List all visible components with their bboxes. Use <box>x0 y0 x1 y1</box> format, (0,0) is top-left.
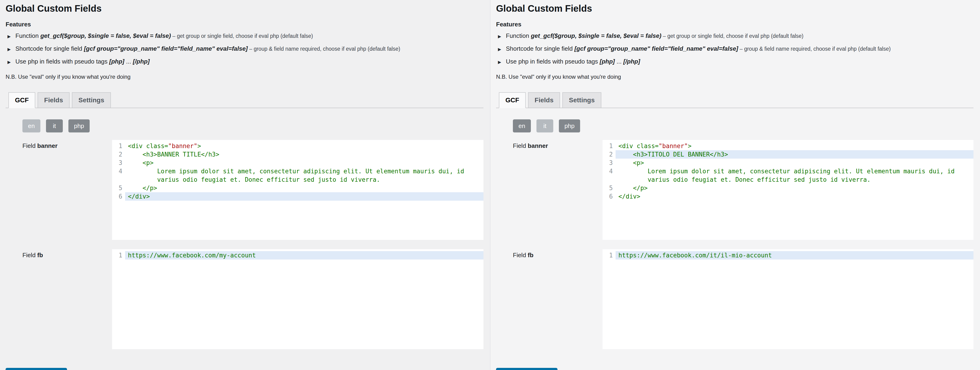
line-number: 6 <box>112 192 125 201</box>
code-line: 6</div> <box>112 192 484 201</box>
tab-bar: GCFFieldsSettings <box>6 92 484 108</box>
field-label-fb: Field fb <box>496 249 603 259</box>
code-token: > <box>688 142 692 150</box>
code-line: 4Lorem ipsum dolor sit amet, consectetur… <box>112 167 484 184</box>
code-token: </div> <box>128 193 150 200</box>
feature-item[interactable]: ▶Use php in fields with pseudo tags [php… <box>8 57 484 66</box>
line-number: 5 <box>603 184 616 192</box>
line-number: 3 <box>603 159 616 167</box>
feature-item[interactable]: ▶Shortcode for single field [gcf group="… <box>8 45 484 53</box>
line-number: 6 <box>603 192 616 201</box>
save-button[interactable]: Salva le modifiche <box>496 368 557 370</box>
code-line-content: <p> <box>125 159 484 167</box>
line-number: 3 <box>112 159 125 167</box>
tab-gcf[interactable]: GCF <box>8 92 35 108</box>
feature-text: Use php in fields with pseudo tags [php]… <box>15 57 150 65</box>
disclosure-triangle-icon: ▶ <box>498 58 506 66</box>
tab-settings[interactable]: Settings <box>562 92 601 108</box>
code-token: <div class= <box>128 142 168 150</box>
feature-text-segment: Use php in fields with pseudo tags <box>506 58 600 65</box>
code-line: 1https://www.facebook.com/my-account <box>112 251 484 260</box>
line-number: 1 <box>112 142 125 150</box>
feature-item[interactable]: ▶Shortcode for single field [gcf group="… <box>498 45 974 53</box>
lang-button-en[interactable]: en <box>513 120 531 132</box>
feature-text: Use php in fields with pseudo tags [php]… <box>506 57 640 65</box>
feature-text-segment: – get group or single field, choose if e… <box>171 33 313 39</box>
feature-text: Function get_gcf($group, $single = false… <box>15 32 313 40</box>
code-line-content: </p> <box>616 184 974 192</box>
line-number: 4 <box>112 167 125 175</box>
line-number: 1 <box>112 251 125 260</box>
tab-settings[interactable]: Settings <box>72 92 111 108</box>
gcf-panel-en: Global Custom Fields Features ▶Function … <box>0 0 490 370</box>
code-token: </div> <box>618 193 640 200</box>
code-line-content: <h3>BANNER TITLE</h3> <box>125 150 484 159</box>
code-line: 5</p> <box>112 184 484 192</box>
code-line-content: </div> <box>616 192 974 201</box>
lang-button-php[interactable]: php <box>68 120 90 132</box>
feature-item[interactable]: ▶Function get_gcf($group, $single = fals… <box>498 32 974 40</box>
lang-button-php[interactable]: php <box>559 120 580 132</box>
lang-button-it[interactable]: it <box>536 120 553 132</box>
code-editor-banner[interactable]: 1<div class="banner">2<h3>TITOLO DEL BAN… <box>603 140 974 240</box>
page: { "colors": { "page_bg": "#f0f0f1", "pri… <box>0 0 980 370</box>
feature-text: Shortcode for single field [gcf group="g… <box>506 45 891 53</box>
feature-item[interactable]: ▶Function get_gcf($group, $single = fals… <box>8 32 484 40</box>
field-name: fb <box>37 252 43 258</box>
code-token: </p> <box>143 185 158 191</box>
feature-text-segment: ... <box>124 58 133 65</box>
code-line-content: </div> <box>125 192 484 201</box>
tab-gcf[interactable]: GCF <box>499 92 526 108</box>
disclosure-triangle-icon: ▶ <box>498 32 506 40</box>
disclosure-triangle-icon: ▶ <box>8 32 15 40</box>
field-label-prefix: Field <box>513 142 526 149</box>
lang-button-it[interactable]: it <box>46 120 63 132</box>
tab-fields[interactable]: Fields <box>38 92 70 108</box>
code-token: <p> <box>143 159 154 166</box>
tab-fields[interactable]: Fields <box>528 92 560 108</box>
code-line: 1<div class="banner"> <box>112 142 484 150</box>
feature-text: Function get_gcf($group, $single = false… <box>506 32 803 40</box>
feature-text-segment: Shortcode for single field <box>15 45 84 52</box>
code-line: 1https://www.facebook.com/it/il-mio-acco… <box>603 251 974 260</box>
feature-text-segment: [gcf group="group_name" field="field_nam… <box>574 45 738 52</box>
line-number: 1 <box>603 251 616 260</box>
code-editor-fb[interactable]: 1https://www.facebook.com/it/il-mio-acco… <box>603 249 974 349</box>
line-number: 4 <box>603 167 616 175</box>
save-button[interactable]: Salva le modifiche <box>6 368 67 370</box>
lang-button-en[interactable]: en <box>22 120 40 132</box>
features-heading: Features <box>6 21 484 28</box>
feature-text-segment: – get group or single field, choose if e… <box>661 33 803 39</box>
code-line: 2<h3>BANNER TITLE</h3> <box>112 150 484 159</box>
code-line: 6</div> <box>603 192 974 201</box>
feature-text-segment: [/php] <box>133 58 150 65</box>
code-token: </p> <box>633 185 648 191</box>
field-label-banner: Field banner <box>6 140 112 150</box>
code-editor-fb[interactable]: 1https://www.facebook.com/my-account <box>112 249 484 349</box>
field-label-prefix: Field <box>513 252 526 258</box>
line-number: 2 <box>112 150 125 159</box>
code-line-content: <p> <box>616 159 974 167</box>
field-row-banner: Field banner1<div class="banner">2<h3>TI… <box>496 140 974 240</box>
feature-text-segment: [php] <box>600 58 615 65</box>
code-token: </h3> <box>710 151 728 158</box>
disclosure-triangle-icon: ▶ <box>8 58 15 66</box>
fields-table: Field banner1<div class="banner">2<h3>TI… <box>496 140 974 349</box>
feature-text-segment: [php] <box>109 58 124 65</box>
disclosure-triangle-icon: ▶ <box>8 45 15 53</box>
code-line: 3<p> <box>112 159 484 167</box>
feature-text-segment: get_gcf($group, $single = false, $eval =… <box>531 32 661 39</box>
code-editor-banner[interactable]: 1<div class="banner">2<h3>BANNER TITLE</… <box>112 140 484 240</box>
line-number: 5 <box>112 184 125 192</box>
language-switcher: enitphp <box>22 120 484 132</box>
features-heading: Features <box>496 21 974 28</box>
feature-item[interactable]: ▶Use php in fields with pseudo tags [php… <box>498 57 974 66</box>
code-line: 4Lorem ipsum dolor sit amet, consectetur… <box>603 167 974 184</box>
code-line-content: <div class="banner"> <box>616 142 974 150</box>
field-name: fb <box>528 252 534 258</box>
field-label-prefix: Field <box>22 252 35 258</box>
code-token: <div class= <box>618 142 659 150</box>
code-line-content: Lorem ipsum dolor sit amet, consectetur … <box>125 167 484 184</box>
language-switcher: enitphp <box>513 120 974 132</box>
feature-text-segment: Function <box>506 32 531 39</box>
